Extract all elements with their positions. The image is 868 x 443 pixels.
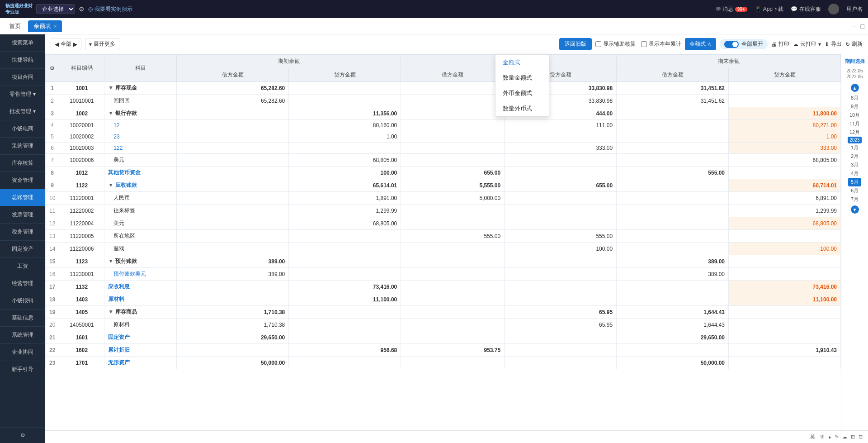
expand-up-btn[interactable]: ▲ [851,84,859,92]
expand-down-btn[interactable]: ▼ [851,205,859,214]
return-old-btn[interactable]: 退回旧版 [559,38,592,50]
sidebar-item-purchase[interactable]: 采购管理 [0,138,45,155]
period-5[interactable]: 5月 [848,178,861,186]
expand-more-btn[interactable]: ▾ 展开更多 [85,38,119,50]
period-8[interactable]: 8月 [851,94,859,102]
sidebar-item-retail[interactable]: 零售管理 ▾ [0,86,45,103]
show-auxiliary-check[interactable]: 显示辅助核算 [595,40,636,48]
sidebar-item-expense[interactable]: 小畅报销 [0,292,45,310]
bottom-icon-5[interactable]: ⊞ [851,434,855,440]
row-subject-17[interactable]: 原材料 [104,293,177,306]
row-no-1: 2 [46,95,59,107]
row-subject-5[interactable]: 122 [104,143,177,154]
lang-switch[interactable]: 英· [810,433,816,440]
sidebar-item-operation[interactable]: 经营管理 [0,275,45,292]
row-curr-debit-9: 5,000.00 [401,192,505,205]
tab-balance-sheet[interactable]: 余额表 × [28,20,62,32]
period-end: 2023.05 [846,74,863,79]
sidebar-item-quicknav[interactable]: 快捷导航 [0,52,45,69]
tab-home[interactable]: 首页 [4,20,26,32]
row-open-credit-8: 65,614.01 [289,179,401,192]
print-btn[interactable]: 🖨 打印 [771,40,789,48]
period-11[interactable]: 11月 [849,119,860,128]
th-settings[interactable]: ⚙ [46,55,59,82]
bottom-icon-3[interactable]: ✎ [835,434,839,440]
amount-style-btn[interactable]: 金额式 ∧ [685,38,716,50]
row-curr-credit-18: 65.95 [505,306,617,319]
sidebar-settings[interactable]: ⚙ [0,427,45,443]
row-subject-16[interactable]: 应收利息 [104,281,177,293]
sidebar-item-fixedasset[interactable]: 固定资产 [0,241,45,258]
row-code-12: 11220005 [59,230,104,243]
row-close-credit-0 [729,82,841,95]
bottom-icon-1[interactable]: ⑤ [820,434,825,440]
dropdown-item-amount[interactable]: 金额式 [495,55,549,70]
toggle-switch[interactable] [724,41,739,48]
company-selector[interactable]: 企业选择 [36,4,75,14]
avatar[interactable] [828,4,839,14]
refresh-btn[interactable]: ↻ 刷新 [845,40,863,48]
row-open-debit-19: 1,710.38 [177,319,289,331]
app-download-btn[interactable]: 📱 App下载 [755,5,783,13]
sidebar-item-finance[interactable]: 资金管理 [0,172,45,189]
period-1[interactable]: 1月 [851,143,859,152]
cloud-print-btn[interactable]: ☁ 云打印 ▾ [793,40,821,48]
period-label: 期间选择 [845,58,865,65]
sidebar-item-project[interactable]: 项目合同 [0,69,45,86]
row-subject-15[interactable]: 预付账款美元 [104,268,177,281]
tab-maximize-icon[interactable]: □ [861,23,864,30]
dropdown-item-qty-amount[interactable]: 数量金额式 [495,70,549,86]
row-close-debit-8 [617,179,729,192]
period-7[interactable]: 7月 [851,195,859,204]
row-subject-22[interactable]: 无形资产 [104,357,177,369]
sidebar-item-tax[interactable]: 税务管理 [0,224,45,241]
row-code-15: 11230001 [59,268,104,281]
period-2[interactable]: 2月 [851,152,859,161]
row-subject-4[interactable]: 23 [104,131,177,143]
row-subject-8[interactable]: ▼应收账款 [104,179,177,192]
dropdown-item-foreign-amount[interactable]: 外币金额式 [495,86,549,101]
nav-all-btn[interactable]: ◀ 全部 ▶ [51,38,81,50]
sidebar-item-basic[interactable]: 基础信息 [0,310,45,327]
period-12[interactable]: 12月 [849,128,860,137]
row-subject-20[interactable]: 固定资产 [104,331,177,344]
toolbar: ◀ 全部 ▶ ▾ 展开更多 退回旧版 显示辅助核算 显示本年累计 金额式 ∧ [45,34,868,54]
sidebar-item-ecommerce[interactable]: 小畅电商 [0,120,45,138]
row-curr-debit-14 [401,255,505,268]
sidebar-item-search[interactable]: 搜索菜单 [0,34,45,52]
tab-minimize-icon[interactable]: — [851,23,857,30]
period-6[interactable]: 6月 [851,186,859,195]
sidebar-item-inventory[interactable]: 库存核算 [0,155,45,172]
row-close-credit-2: 11,800.00 [729,107,841,120]
bottom-icon-2[interactable]: ♦ [828,434,831,440]
sidebar-item-payroll[interactable]: 工资 [0,258,45,275]
sidebar-item-ledger[interactable]: 总账管理 [0,189,45,206]
period-3[interactable]: 3月 [851,161,859,169]
row-curr-debit-2 [401,107,505,120]
row-curr-credit-22 [505,357,617,369]
tab-close-btn[interactable]: × [54,24,57,29]
expand-all-toggle[interactable]: 全部展开 [720,39,768,49]
bottom-icon-4[interactable]: ☁ [842,434,847,440]
row-subject-7[interactable]: 其他货币资金 [104,167,177,179]
demo-link[interactable]: ◎ 我要看实例演示 [88,5,132,13]
row-subject-3[interactable]: 12 [104,120,177,131]
sidebar-item-wholesale[interactable]: 批发管理 ▾ [0,103,45,120]
period-10[interactable]: 10月 [849,111,860,119]
show-year-check[interactable]: 显示本年累计 [641,40,681,48]
period-4[interactable]: 4月 [851,169,859,178]
online-service-btn[interactable]: 💬 在线客服 [791,5,821,13]
sidebar-item-collab[interactable]: 企业协同 [0,344,45,361]
messages-btn[interactable]: ✉ 消息 99+ [716,5,747,13]
period-9[interactable]: 9月 [851,102,859,111]
dropdown-item-qty-foreign[interactable]: 数量外币式 [495,101,549,116]
sidebar-item-system[interactable]: 系统管理 [0,327,45,344]
sidebar-item-newguide[interactable]: 新手引导 [0,361,45,378]
gear-icon[interactable]: ⚙ [79,5,85,13]
row-open-debit-18: 1,710.38 [177,306,289,319]
row-subject-21[interactable]: 累计折旧 [104,344,177,357]
bottom-icon-6[interactable]: ⊟ [859,434,863,440]
th-code: 科目编码 [59,55,104,82]
export-btn[interactable]: ⬇ 导出 [825,40,842,48]
sidebar-item-invoice[interactable]: 发票管理 [0,206,45,224]
